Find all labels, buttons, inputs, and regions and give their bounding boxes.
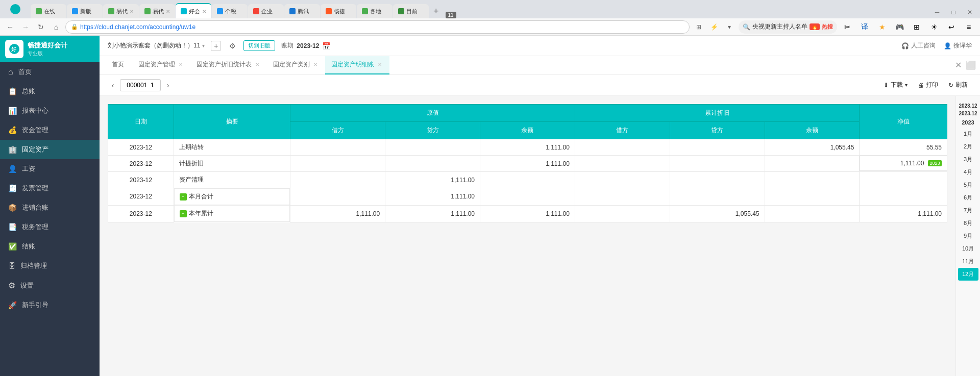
tab-yidai2[interactable]: 易代 ✕ bbox=[139, 4, 175, 18]
tab-haohui[interactable]: 好会 ✕ bbox=[176, 3, 211, 18]
maximize-button[interactable]: □ bbox=[947, 6, 960, 18]
tab-yidai1[interactable]: 易代 ✕ bbox=[103, 4, 139, 18]
switch-version-button[interactable]: 切到旧版 bbox=[243, 40, 275, 51]
month-9[interactable]: 9月 bbox=[958, 230, 978, 242]
service-button[interactable]: 🎧 人工咨询 bbox=[901, 41, 936, 50]
page-tabs-bar: 首页 固定资产管理 ✕ 固定资产折旧统计表 ✕ 固定资产类别 ✕ 固定资产明细账… bbox=[100, 56, 980, 74]
new-tab-button[interactable]: + bbox=[429, 4, 443, 18]
translate-icon[interactable]: 译 bbox=[857, 20, 872, 34]
tab-close-icon[interactable]: ✕ bbox=[166, 9, 170, 14]
table-header-row-1: 日期 摘要 原值 累计折旧 净值 bbox=[108, 105, 947, 122]
address-bar[interactable]: 🔒 https://cloud.chanjet.com/accounting/u… bbox=[65, 20, 690, 34]
content-toolbar: ‹ › ⬇ 下载 ▾ 🖨 打印 ↻ 刷新 bbox=[100, 74, 980, 96]
reload-button[interactable]: ↻ bbox=[35, 21, 47, 33]
table-row: 2023-12 + 本年累计 1,111.00 1,111.00 bbox=[108, 205, 947, 222]
sidebar-item-fixed[interactable]: 🏢 固定资产 bbox=[0, 140, 100, 159]
month-4[interactable]: 4月 bbox=[958, 166, 978, 179]
brightness-icon[interactable]: ☀ bbox=[927, 20, 941, 34]
sidebar-item-home[interactable]: ⌂ 首页 bbox=[0, 62, 100, 82]
add-company-button[interactable]: + bbox=[211, 41, 221, 51]
settings-button[interactable]: ⚙ bbox=[227, 41, 237, 51]
tab-enterprise[interactable]: 企业 bbox=[248, 4, 284, 18]
cell-accum-credit bbox=[670, 156, 765, 172]
back-button[interactable]: ← bbox=[4, 21, 16, 33]
month-total-icon: + bbox=[180, 193, 187, 200]
cell-orig-balance bbox=[480, 172, 575, 188]
tab-tencent[interactable]: 腾讯 bbox=[284, 4, 320, 18]
undo-icon[interactable]: ↩ bbox=[944, 20, 959, 34]
panel-expand-icon[interactable]: ⬜ bbox=[966, 60, 976, 70]
sidebar-item-salary[interactable]: 👤 工资 bbox=[0, 159, 100, 179]
prev-page-button[interactable]: ‹ bbox=[108, 80, 118, 90]
tab-close-icon[interactable]: ✕ bbox=[202, 9, 206, 14]
month-6[interactable]: 6月 bbox=[958, 191, 978, 204]
month-12[interactable]: 12月 bbox=[958, 268, 978, 281]
minimize-button[interactable]: ─ bbox=[931, 6, 943, 18]
user-button[interactable]: 👤 徐译华 bbox=[944, 41, 972, 50]
home-nav-button[interactable]: ⌂ bbox=[50, 21, 62, 33]
cell-orig-balance: 1,111.00 bbox=[480, 139, 575, 156]
sidebar-item-close[interactable]: ✅ 结账 bbox=[0, 237, 100, 256]
page-tab-fixed-cat[interactable]: 固定资产类别 ✕ bbox=[267, 56, 325, 74]
browser-chrome: 在线 新版 易代 ✕ 易代 ✕ 好会 ✕ 个税 企业 bbox=[0, 0, 980, 36]
sidebar-item-fund[interactable]: 💰 资金管理 bbox=[0, 120, 100, 140]
period-selector-label: 期间选择 bbox=[964, 98, 973, 100]
tab-changjie[interactable]: 畅捷 bbox=[321, 4, 356, 18]
sidebar-item-setting[interactable]: ⚙ 设置 bbox=[0, 275, 100, 295]
toolbar-right-actions: ⬇ 下载 ▾ 🖨 打印 ↻ 刷新 bbox=[879, 79, 972, 91]
tab-close-icon[interactable]: ✕ bbox=[130, 9, 134, 14]
lightning-icon[interactable]: ⚡ bbox=[708, 21, 720, 33]
tab-gedi[interactable]: 各地 bbox=[357, 4, 393, 18]
page-tab-home[interactable]: 首页 bbox=[104, 56, 132, 74]
month-1[interactable]: 1月 bbox=[958, 128, 978, 140]
sidebar-item-invoice[interactable]: 🧾 发票管理 bbox=[0, 179, 100, 198]
home-icon: ⌂ bbox=[8, 67, 13, 77]
menu-icon[interactable]: ≡ bbox=[962, 20, 976, 34]
sidebar-item-tax[interactable]: 📑 税务管理 bbox=[0, 217, 100, 237]
month-11[interactable]: 11月 bbox=[958, 255, 978, 268]
page-tab-fixed-mgmt[interactable]: 固定资产管理 ✕ bbox=[132, 56, 190, 74]
period-value: 2023-12 bbox=[297, 42, 319, 49]
scissors-icon[interactable]: ✂ bbox=[840, 20, 854, 34]
calendar-icon[interactable]: 📅 bbox=[322, 42, 331, 50]
tab-new[interactable]: 新版 bbox=[67, 4, 103, 18]
guide-icon: 🚀 bbox=[8, 301, 17, 309]
month-8[interactable]: 8月 bbox=[958, 217, 978, 230]
sidebar-item-guide[interactable]: 🚀 新手引导 bbox=[0, 295, 100, 315]
tab-fixed-mgmt-close[interactable]: ✕ bbox=[177, 61, 184, 68]
close-window-button[interactable]: ✕ bbox=[964, 6, 976, 18]
month-5[interactable]: 5月 bbox=[958, 179, 978, 191]
dropdown-icon[interactable]: ▾ bbox=[723, 21, 736, 33]
month-7[interactable]: 7月 bbox=[958, 204, 978, 217]
tab-fixed-detail-close[interactable]: ✕ bbox=[376, 61, 383, 68]
page-tab-fixed-detail[interactable]: 固定资产明细账 ✕ bbox=[325, 56, 389, 74]
month-2[interactable]: 2月 bbox=[958, 140, 978, 153]
star-icon[interactable]: ★ bbox=[875, 20, 889, 34]
tab-fixed-cat-close[interactable]: ✕ bbox=[312, 61, 319, 68]
tab-online[interactable]: 在线 bbox=[31, 4, 66, 18]
tab-geshui[interactable]: 个税 bbox=[212, 4, 248, 18]
month-10[interactable]: 10月 bbox=[958, 242, 978, 255]
download-button[interactable]: ⬇ 下载 ▾ bbox=[879, 79, 912, 91]
tab-muqian[interactable]: 目前 bbox=[393, 4, 429, 18]
cell-orig-debit bbox=[290, 172, 385, 188]
tab-fixed-depr-close[interactable]: ✕ bbox=[254, 61, 261, 68]
month-3[interactable]: 3月 bbox=[958, 153, 978, 166]
company-selector[interactable]: 刘小艳演示账套（勿删勿动！）11 ▾ bbox=[108, 41, 205, 50]
table-row: 2023-12 上期结转 1,111.00 bbox=[108, 139, 947, 156]
next-page-button[interactable]: › bbox=[163, 80, 173, 90]
forward-button[interactable]: → bbox=[19, 21, 32, 33]
sidebar-item-archive[interactable]: 🗄 归档管理 bbox=[0, 256, 100, 275]
game-icon[interactable]: 🎮 bbox=[892, 20, 906, 34]
page-tab-fixed-depr[interactable]: 固定资产折旧统计表 ✕ bbox=[190, 56, 267, 74]
sidebar: 好 畅捷通好会计 专业版 ⌂ 首页 📋 总账 📊 报表中心 💰 bbox=[0, 36, 100, 376]
refresh-button[interactable]: ↻ 刷新 bbox=[944, 79, 972, 91]
sidebar-item-trade[interactable]: 📦 进销台账 bbox=[0, 198, 100, 217]
sidebar-item-ledger[interactable]: 📋 总账 bbox=[0, 82, 100, 101]
sidebar-item-report[interactable]: 📊 报表中心 bbox=[0, 101, 100, 120]
panel-close-icon[interactable]: ✕ bbox=[955, 60, 962, 70]
print-button[interactable]: 🖨 打印 bbox=[914, 79, 942, 91]
grid-icon[interactable]: ⊞ bbox=[910, 20, 924, 34]
extension-icon[interactable]: ⊞ bbox=[693, 21, 705, 33]
page-number-input[interactable] bbox=[120, 79, 161, 91]
